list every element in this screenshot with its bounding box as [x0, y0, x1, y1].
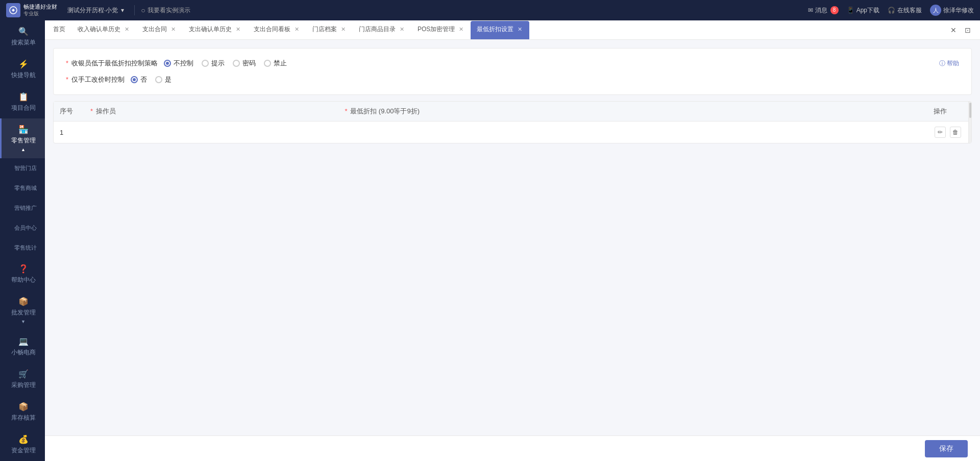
radio-no-control[interactable]: 不控制: [164, 59, 193, 68]
scrollbar-thumb: [969, 103, 971, 118]
tab-store-goods[interactable]: 门店商品目录 ✕: [353, 21, 411, 39]
sidebar-item-label: 批发管理: [11, 308, 36, 317]
sidebar-item-label: 营销推广: [14, 204, 37, 212]
sidebar-item-purchase[interactable]: 🛒 采购管理: [0, 363, 45, 396]
search-icon: 🔍: [18, 27, 29, 36]
tab-payment-board[interactable]: 支出合同看板 ✕: [248, 21, 306, 39]
sidebar-item-retail-mall[interactable]: 零售商城: [0, 178, 45, 198]
tab-pos-manage[interactable]: POS加密管理 ✕: [411, 21, 471, 39]
top-header: 畅捷通好业财 专业版 测试分开历程·小觉 ▾ ○ 我要看实例演示 ✉ 消息 8 …: [0, 0, 980, 20]
tab-home[interactable]: 首页: [47, 21, 71, 39]
table-vertical-scrollbar[interactable]: [968, 102, 971, 143]
page-footer: 保存: [45, 435, 980, 461]
message-label: 消息: [815, 6, 827, 15]
user-icon: 人: [930, 5, 941, 16]
sidebar-item-shortcuts[interactable]: ⚡ 快捷导航: [0, 53, 45, 86]
message-btn[interactable]: ✉ 消息 8: [808, 6, 839, 15]
tab-income-confirm[interactable]: 收入确认单历史 ✕: [71, 21, 136, 39]
radio-circle: [164, 60, 171, 67]
tab-label: 门店档案: [312, 25, 337, 34]
save-button[interactable]: 保存: [925, 440, 968, 457]
sidebar-item-project[interactable]: 📋 项目合同: [0, 86, 45, 118]
main-layout: 🔍 搜索菜单 ⚡ 快捷导航 📋 项目合同 🏪 零售管理 ▲ 智营门店 零售商城 …: [0, 20, 980, 461]
data-table-wrap: 序号 * 操作员 * 最低折扣 (9.00等于9折): [53, 101, 972, 143]
edit-row-btn[interactable]: ✏: [935, 127, 946, 138]
manual-price-row: * 仅手工改价时控制 否 是: [66, 75, 959, 84]
finance-icon: 💰: [18, 434, 29, 444]
wholesale-icon: 📦: [18, 297, 29, 306]
sidebar-item-smart-store[interactable]: 智营门店: [0, 158, 45, 178]
header-right: ✉ 消息 8 📱 App下载 🎧 在线客服 人 徐泽华修改: [808, 5, 974, 16]
sidebar-item-wholesale[interactable]: 📦 批发管理 ▼: [0, 290, 45, 330]
radio-remind[interactable]: 提示: [202, 59, 225, 68]
radio-no[interactable]: 否: [131, 75, 147, 84]
tab-close-icon[interactable]: ✕: [458, 26, 464, 33]
radio-circle: [131, 76, 138, 83]
sidebar-item-label: 零售商城: [14, 184, 37, 192]
sidebar-item-ecommerce[interactable]: 💻 小畅电商: [0, 330, 45, 363]
content-area: 首页 收入确认单历史 ✕ 支出合同 ✕ 支出确认单历史 ✕ 支出合同看板 ✕ 门…: [45, 20, 980, 461]
sidebar-item-search[interactable]: 🔍 搜索菜单: [0, 20, 45, 53]
tab-close-icon[interactable]: ✕: [517, 26, 523, 33]
radio-password[interactable]: 密码: [233, 59, 256, 68]
sidebar: 🔍 搜索菜单 ⚡ 快捷导航 📋 项目合同 🏪 零售管理 ▲ 智营门店 零售商城 …: [0, 20, 45, 461]
tab-close-icon[interactable]: ✕: [124, 26, 130, 33]
tab-payment-contract[interactable]: 支出合同 ✕: [136, 21, 183, 39]
tab-min-discount[interactable]: 最低折扣设置 ✕: [471, 21, 529, 39]
sidebar-item-member[interactable]: 会员中心: [0, 218, 45, 238]
td-seq: 1: [54, 122, 84, 143]
tab-close-icon[interactable]: ✕: [235, 26, 241, 33]
manual-price-options: 否 是: [131, 75, 172, 84]
app-download-btn[interactable]: 📱 App下载: [847, 6, 879, 15]
delete-row-btn[interactable]: 🗑: [950, 127, 961, 138]
cashier-discount-label: * 收银员低于最低折扣控制策略: [66, 59, 158, 68]
tab-close-icon[interactable]: ✕: [399, 26, 405, 33]
sidebar-item-label: 智营门店: [14, 164, 37, 172]
chevron-up-icon: ▲: [21, 147, 26, 152]
tab-label: 首页: [53, 25, 65, 34]
th-min-discount: * 最低折扣 (9.00等于9折): [339, 102, 927, 122]
sidebar-item-label: 会员中心: [14, 224, 37, 232]
sidebar-item-label: 零售管理: [11, 136, 36, 145]
td-min-discount[interactable]: [339, 122, 927, 143]
sidebar-item-finance[interactable]: 💰 资金管理: [0, 428, 45, 461]
tab-payment-confirm[interactable]: 支出确认单历史 ✕: [183, 21, 248, 39]
radio-yes[interactable]: 是: [155, 75, 172, 84]
tab-maximize-btn[interactable]: ⊡: [962, 24, 974, 36]
radio-label: 禁止: [274, 59, 287, 68]
tab-close-icon[interactable]: ✕: [340, 26, 347, 33]
tab-store-file[interactable]: 门店档案 ✕: [306, 21, 353, 39]
td-operator[interactable]: [84, 122, 339, 143]
sidebar-item-label: 库存核算: [11, 414, 36, 422]
radio-label: 不控制: [174, 59, 193, 68]
cashier-discount-row: * 收银员低于最低折扣控制策略 不控制 提示: [66, 59, 959, 68]
th-operator: * 操作员: [84, 102, 339, 122]
sidebar-item-retail-stat[interactable]: 零售统计: [0, 238, 45, 258]
header-left: 畅捷通好业财 专业版 测试分开历程·小觉 ▾ ○ 我要看实例演示: [6, 3, 190, 17]
radio-label: 密码: [242, 59, 256, 68]
demo-link-text: 我要看实例演示: [148, 6, 190, 15]
ecommerce-icon: 💻: [18, 336, 29, 346]
radio-forbid[interactable]: 禁止: [264, 59, 287, 68]
sidebar-item-retail[interactable]: 🏪 零售管理 ▲: [0, 118, 45, 158]
sidebar-item-label: 项目合同: [11, 104, 36, 112]
sidebar-item-inventory[interactable]: 📦 库存核算: [0, 396, 45, 428]
sidebar-item-label: 资金管理: [11, 446, 36, 455]
tab-close-btn[interactable]: ✕: [947, 24, 960, 36]
sidebar-item-help[interactable]: ❓ 帮助中心: [0, 258, 45, 290]
table-body: 1 ✏ 🗑: [54, 122, 968, 143]
discount-table: 序号 * 操作员 * 最低折扣 (9.00等于9折): [54, 102, 968, 143]
project-selector[interactable]: 测试分开历程·小觉 ▾: [63, 4, 128, 17]
customer-service-btn[interactable]: 🎧 在线客服: [888, 6, 922, 15]
radio-circle: [264, 60, 271, 67]
table-scrollbar-wrap: 序号 * 操作员 * 最低折扣 (9.00等于9折): [54, 102, 971, 143]
demo-link[interactable]: ○ 我要看实例演示: [141, 6, 190, 15]
tab-close-icon[interactable]: ✕: [170, 26, 177, 33]
help-button[interactable]: ⓘ 帮助: [939, 59, 959, 68]
table-row: 1 ✏ 🗑: [54, 122, 968, 143]
tab-close-icon[interactable]: ✕: [293, 26, 300, 33]
sidebar-item-marketing[interactable]: 营销推广: [0, 198, 45, 218]
required-star: *: [66, 59, 68, 67]
sidebar-item-label: 搜索菜单: [11, 38, 36, 47]
user-menu-btn[interactable]: 人 徐泽华修改: [930, 5, 974, 16]
